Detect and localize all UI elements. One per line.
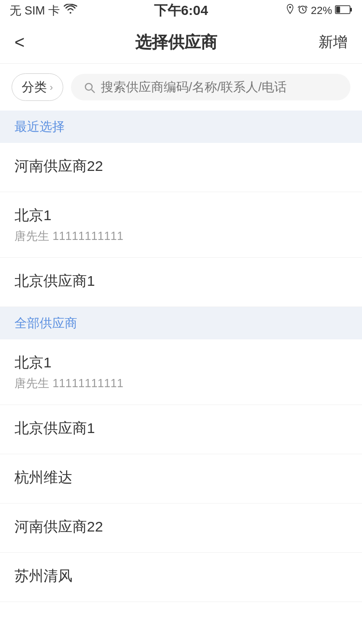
battery-icon [335,4,352,17]
all-section-label: 全部供应商 [14,316,77,330]
recent-list-item[interactable]: 北京供应商1 [0,258,362,307]
chevron-right-icon: › [50,82,53,93]
status-right: 22% [286,4,352,17]
alarm-icon [297,4,308,17]
svg-rect-3 [350,8,352,12]
battery-label: 22% [311,4,332,17]
all-list-item[interactable]: 北京1唐先生 11111111111 [0,339,362,405]
item-name: 北京1 [14,206,348,225]
item-name: 北京1 [14,353,348,373]
item-name: 苏州清风 [14,566,348,586]
item-name: 河南供应商22 [14,517,348,537]
category-label: 分类 [22,79,47,96]
carrier-label: 无 SIM 卡 [10,3,60,18]
search-box [71,74,350,100]
all-list-item[interactable]: 河南供应商22 [0,504,362,553]
item-sub: 唐先生 11111111111 [14,228,348,244]
filter-bar: 分类 › [0,64,362,111]
recent-section-header: 最近选择 [0,111,362,143]
recent-list-item[interactable]: 河南供应商22 [0,143,362,192]
add-button[interactable]: 新增 [309,32,348,52]
svg-point-0 [289,6,291,8]
search-input[interactable] [101,80,339,95]
item-name: 北京供应商1 [14,271,348,291]
svg-rect-4 [336,7,340,13]
page-title: 选择供应商 [135,31,217,54]
all-list-item[interactable]: 苏州清风 [0,553,362,602]
item-name: 北京供应商1 [14,419,348,438]
all-items-list: 北京1唐先生 11111111111北京供应商1杭州维达河南供应商22苏州清风 [0,339,362,602]
nav-bar: < 选择供应商 新增 [0,21,362,64]
recent-list-item[interactable]: 北京1唐先生 11111111111 [0,192,362,258]
wifi-icon [64,4,77,17]
category-button[interactable]: 分类 › [12,73,63,101]
location-icon [286,4,294,17]
all-list-item[interactable]: 杭州维达 [0,454,362,504]
status-left: 无 SIM 卡 [10,3,77,18]
item-name: 杭州维达 [14,468,348,488]
recent-section-label: 最近选择 [14,119,65,134]
status-time: 下午6:04 [154,1,208,20]
recent-items-list: 河南供应商22北京1唐先生 11111111111北京供应商1 [0,143,362,307]
item-name: 河南供应商22 [14,156,348,176]
status-bar: 无 SIM 卡 下午6:04 22% [0,0,362,21]
item-sub: 唐先生 11111111111 [14,376,348,391]
search-icon [83,81,96,94]
back-button[interactable]: < [14,32,43,53]
all-section-header: 全部供应商 [0,307,362,339]
all-list-item[interactable]: 北京供应商1 [0,405,362,454]
